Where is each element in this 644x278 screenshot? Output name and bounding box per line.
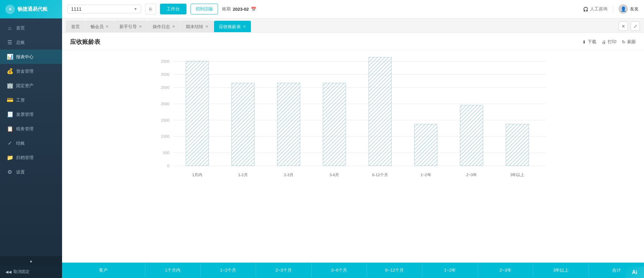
table-header-cell: 客户 [62,263,145,278]
sidebar-item-工资[interactable]: 💳 工资 [0,93,62,107]
nav-icon: 🧾 [7,111,13,118]
svg-rect-23 [323,83,346,166]
svg-rect-17 [186,61,209,166]
sidebar-nav: ⌂ 首页 ☰ 总账 📊 报表中心 💰 资金管理 🏢 固定资产 💳 工资 🧾 发票… [0,18,62,256]
table-header-cell: 3年以上 [533,263,589,278]
tab-label: 首页 [71,24,80,30]
tab-close-icon[interactable]: ✕ [205,24,208,29]
tab-label: 新手引导 [119,24,137,30]
content-header: 应收账龄表 ⬇ 下载 🖨 打印 ↻ 刷新 [62,32,644,50]
sidebar-logo: ✦ 畅捷通易代账 [0,0,62,18]
svg-rect-25 [369,57,391,166]
cancel-fixed-btn[interactable]: ◀◀ 取消固定 [0,266,62,278]
page-title: 应收账龄表 [70,38,100,46]
tab-close-icon[interactable]: ✕ [139,24,142,29]
svg-text:2-3月: 2-3月 [284,172,293,177]
tab-应收账龄表[interactable]: 应收账龄表✕ [214,21,251,32]
nav-label: 结账 [16,140,25,146]
refresh-icon: ↻ [622,40,626,45]
company-selector[interactable]: 1111 ▼ [67,5,141,13]
consult-button[interactable]: 🎧 人工咨询 [583,6,607,12]
nav-label: 发票管理 [16,112,34,118]
svg-rect-27 [415,124,437,166]
svg-text:2~3年: 2~3年 [466,172,477,177]
nav-icon: ⚙ [7,169,13,175]
tab-close-icon[interactable]: ✕ [172,24,175,29]
ai-badge[interactable]: Ai [625,267,644,278]
nav-label: 设置 [16,169,25,175]
table-header-cell: 1个月内 [145,263,201,278]
nav-icon: 📋 [7,126,13,132]
svg-text:500: 500 [163,150,170,155]
tab-label: 畅会员 [91,24,104,30]
calendar-icon[interactable]: 📅 [251,7,256,12]
user-label: 友友 [630,6,639,12]
nav-icon: 💳 [7,97,13,103]
sidebar-item-设置[interactable]: ⚙ 设置 [0,165,62,179]
tab-label: 操作日志 [153,24,170,30]
tab-label: 期末结转 [186,24,203,30]
nav-icon: ⌂ [7,25,13,31]
nav-icon: ✓ [7,140,13,146]
download-button[interactable]: ⬇ 下载 [582,39,596,45]
svg-text:2000: 2000 [161,101,169,106]
switch-version-button[interactable]: 切到旧版 [191,4,218,14]
svg-text:2500: 2500 [161,59,169,63]
table-header-cell: 1~2个月 [201,263,256,278]
svg-text:2500: 2500 [161,85,169,89]
download-icon: ⬇ [582,40,586,45]
consult-label: 人工咨询 [590,6,607,12]
tab-畅会员[interactable]: 畅会员✕ [86,21,114,32]
tab-期末结转[interactable]: 期末结转✕ [181,21,213,32]
close-tab-btn[interactable]: ✕ [619,21,628,31]
sidebar-item-报表中心[interactable]: 📊 报表中心 [0,50,62,64]
main-area: 1111 ▼ ⎘ 工作台 切到旧版 账期 2023-02 📅 🎧 人工咨询 👤 … [62,0,644,278]
copy-btn[interactable]: ⎘ [145,4,156,14]
nav-label: 总账 [16,40,25,46]
period-value: 2023-02 [233,7,249,12]
sidebar-item-资金管理[interactable]: 💰 资金管理 [0,64,62,78]
divider [613,6,613,12]
nav-label: 归档管理 [16,155,34,161]
avatar: 👤 [619,4,628,14]
top-header: 1111 ▼ ⎘ 工作台 切到旧版 账期 2023-02 📅 🎧 人工咨询 👤 … [62,0,644,18]
refresh-button[interactable]: ↻ 刷新 [622,39,636,45]
sidebar-item-发票管理[interactable]: 🧾 发票管理 [0,107,62,122]
nav-icon: 📊 [7,54,13,60]
app-name: 畅捷通易代账 [17,6,48,12]
print-icon: 🖨 [602,40,606,45]
svg-rect-19 [231,83,254,166]
nav-label: 首页 [16,25,25,31]
nav-icon: 🏢 [7,82,13,89]
sidebar-item-归档管理[interactable]: 📁 归档管理 [0,150,62,165]
expand-tab-btn[interactable]: ⤢ [631,21,640,31]
workbench-button[interactable]: 工作台 [160,4,186,14]
tab-操作日志[interactable]: 操作日志✕ [148,21,180,32]
svg-rect-29 [460,105,483,166]
sidebar: ✦ 畅捷通易代账 ⌂ 首页 ☰ 总账 📊 报表中心 💰 资金管理 🏢 固定资产 … [0,0,62,278]
svg-text:6-12个月: 6-12个月 [372,172,388,177]
scroll-up-btn[interactable]: ▲ [0,256,62,266]
print-button[interactable]: 🖨 打印 [602,39,616,45]
nav-label: 税务管理 [16,126,34,132]
tab-close-icon[interactable]: ✕ [106,24,109,29]
svg-rect-21 [277,83,300,166]
tabs-bar: 首页畅会员✕新手引导✕操作日志✕期末结转✕应收账龄表✕ ✕ ⤢ [62,18,644,32]
svg-text:1~2年: 1~2年 [421,172,431,177]
svg-text:2500: 2500 [161,72,169,76]
sidebar-item-结账[interactable]: ✓ 结账 [0,136,62,150]
tab-新手引导[interactable]: 新手引导✕ [114,21,147,32]
nav-label: 固定资产 [16,83,34,89]
sidebar-item-总账[interactable]: ☰ 总账 [0,35,62,50]
svg-text:3年以上: 3年以上 [510,172,525,177]
nav-icon: ☰ [7,39,13,46]
table-header-cell: 2~3年 [478,263,533,278]
content-area: 应收账龄表 ⬇ 下载 🖨 打印 ↻ 刷新 2500 [62,32,644,278]
sidebar-item-税务管理[interactable]: 📋 税务管理 [0,122,62,136]
sidebar-item-首页[interactable]: ⌂ 首页 [0,21,62,35]
sidebar-item-固定资产[interactable]: 🏢 固定资产 [0,78,62,93]
tab-close-icon[interactable]: ✕ [243,24,246,29]
tab-首页[interactable]: 首页 [66,21,85,32]
logo-icon: ✦ [5,5,15,14]
user-info[interactable]: 👤 友友 [619,4,639,14]
